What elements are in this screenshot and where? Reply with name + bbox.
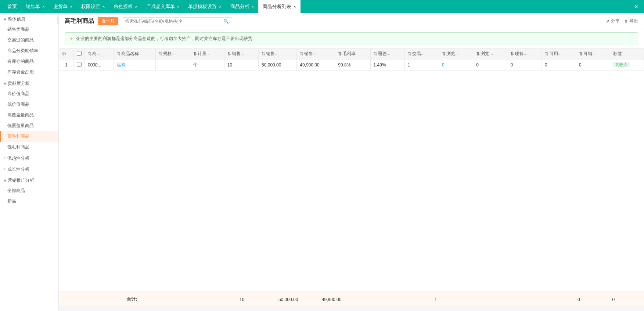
- sidebar: « ∨整体信息销售类商品交易过的商品商品分类助销率有库存的商品库存资金占用∨贡献…: [0, 13, 59, 311]
- col-checkbox[interactable]: [74, 48, 85, 59]
- group-arrow-icon: ∨: [4, 178, 6, 182]
- sidebar-item-低毛利商品[interactable]: 低毛利商品: [0, 142, 58, 152]
- sort-icon: ⇅: [159, 51, 162, 57]
- cell-gross-rate: 99.8%: [335, 59, 370, 70]
- export-button[interactable]: ⬆ 导出: [624, 18, 638, 24]
- cell-code: 0000...: [85, 59, 114, 70]
- col-coverage: ⇅ 覆盖...: [370, 48, 404, 59]
- nav-close-icon[interactable]: ×: [177, 4, 179, 9]
- table-header-row: ⚙ ⇅ 商... ⇅ 商品名称 ⇅ 规格... ⇅ 计量... ⇅ 销售... …: [59, 48, 644, 59]
- col-sales2: ⇅ 销售...: [259, 48, 297, 59]
- cell-index: 1: [59, 59, 74, 70]
- share-button[interactable]: ↗ 分享: [606, 18, 620, 24]
- col-code: ⇅ 商...: [85, 48, 114, 59]
- footer-sales2: 50,000.00: [276, 294, 319, 304]
- nav-close-icon[interactable]: ×: [135, 4, 137, 9]
- col-stock3: ⇅ 可销...: [576, 48, 610, 59]
- search-box: 🔍: [122, 17, 232, 25]
- search-icon[interactable]: 🔍: [223, 19, 229, 24]
- sidebar-item-高价值商品[interactable]: 高价值商品: [0, 88, 58, 99]
- sort-icon: ⇅: [262, 51, 265, 57]
- sort-icon: ⇅: [227, 51, 231, 57]
- nav-close-icon[interactable]: ×: [70, 4, 72, 9]
- sidebar-item-高毛利商品[interactable]: 高毛利商品: [0, 131, 58, 142]
- sidebar-item-低价值商品[interactable]: 低价值商品: [0, 99, 58, 110]
- nav-item-商品分析[interactable]: 商品分析 ×: [226, 0, 258, 13]
- nav-item-商品分析列表[interactable]: 商品分析列表 ×: [258, 0, 300, 13]
- group-arrow-icon: >: [3, 158, 7, 160]
- sort-icon: ⇅: [193, 51, 197, 57]
- share-label: 分享: [611, 18, 620, 24]
- nav-item-首页[interactable]: 首页: [3, 0, 21, 13]
- col-name: ⇅ 商品名称: [114, 48, 156, 59]
- footer-stock2: 0: [609, 294, 644, 304]
- col-tag: 标签: [610, 48, 644, 59]
- nav-close-icon[interactable]: ×: [219, 4, 221, 9]
- sidebar-item-销售类商品[interactable]: 销售类商品: [0, 24, 58, 35]
- sidebar-group-贡献度分析[interactable]: ∨贡献度分析: [0, 77, 58, 88]
- col-sales3: ⇅ 销售...: [297, 48, 335, 59]
- top-nav: 首页销售单 ×进货单 ×权限设置 ×角色授权 ×产成品入库单 ×单据模板设置 ×…: [0, 0, 644, 13]
- export-label: 导出: [629, 18, 638, 24]
- sidebar-item-商品分类助销率[interactable]: 商品分类助销率: [0, 46, 58, 56]
- nav-item-销售单[interactable]: 销售单 ×: [21, 0, 49, 13]
- nav-item-单据模板设置[interactable]: 单据模板设置 ×: [184, 0, 226, 13]
- sidebar-item-低覆盖量商品[interactable]: 低覆盖量商品: [0, 120, 58, 131]
- nav-close-icon[interactable]: ×: [102, 4, 105, 9]
- col-settings[interactable]: ⚙: [59, 48, 74, 59]
- nav-item-产成品入库单[interactable]: 产成品入库单 ×: [142, 0, 184, 13]
- nav-item-权限设置[interactable]: 权限设置 ×: [77, 0, 109, 13]
- sidebar-item-新品[interactable]: 新品: [0, 196, 58, 207]
- sidebar-item-库存资金占用[interactable]: 库存资金占用: [0, 67, 58, 77]
- col-stock2: ⇅ 可用...: [542, 48, 576, 59]
- table-row: 1 0000... 运费 个 10 50,000.00 49,900.00 99…: [59, 59, 644, 70]
- sidebar-group-流趋性分析[interactable]: >流趋性分析: [0, 152, 58, 163]
- close-all-button[interactable]: ×: [631, 3, 641, 11]
- info-text: 企业的主要的利润都是这部分商品创造的，可考虑加大推广，同时关注库存是不要出现缺货: [76, 36, 252, 42]
- nav-close-icon[interactable]: ×: [42, 4, 44, 9]
- sidebar-group-成长性分析[interactable]: >成长性分析: [0, 163, 58, 174]
- sort-icon: ⇅: [510, 51, 514, 57]
- cell-checkbox[interactable]: [74, 59, 85, 70]
- nav-item-进货单[interactable]: 进货单 ×: [49, 0, 76, 13]
- nav-item-角色授权[interactable]: 角色授权 ×: [109, 0, 141, 13]
- content-area: 高毛利商品 近一月 🔍 ↗ 分享 ⬆ 导出 ✦ 企业的主要的利润都是这部分商品创…: [59, 13, 644, 311]
- cell-stock1: 0: [507, 59, 542, 70]
- sidebar-collapse-button[interactable]: «: [57, 17, 59, 24]
- sidebar-group-营销推广分析[interactable]: ∨营销推广分析: [0, 174, 58, 185]
- sidebar-item-交易过的商品[interactable]: 交易过的商品: [0, 35, 58, 46]
- cell-sales3: 49,900.00: [297, 59, 335, 70]
- sort-icon: ⇅: [300, 51, 303, 57]
- col-stock1: ⇅ 现有...: [507, 48, 542, 59]
- sidebar-item-全部商品[interactable]: 全部商品: [0, 185, 58, 196]
- select-all-checkbox[interactable]: [77, 51, 82, 56]
- col-browse1: ⇅ 浏览...: [439, 48, 473, 59]
- search-input[interactable]: [125, 19, 223, 24]
- settings-icon: ⚙: [62, 51, 66, 57]
- footer-table: 合计: 10 50,000.00 49,900.00 1 0 0: [59, 294, 644, 304]
- nav-close-icon[interactable]: ×: [294, 4, 296, 9]
- footer-sales1: 10: [237, 294, 276, 304]
- cell-coverage: 1.49%: [370, 59, 404, 70]
- sort-icon: ⇅: [545, 51, 548, 57]
- sidebar-item-有库存的商品[interactable]: 有库存的商品: [0, 56, 58, 67]
- nav-close-icon[interactable]: ×: [252, 4, 254, 9]
- sort-icon: ⇅: [579, 51, 583, 57]
- bottom-scrollbar[interactable]: [59, 307, 644, 311]
- footer-sales3: 49,900.00: [319, 294, 362, 304]
- cell-name[interactable]: 运费: [114, 59, 156, 70]
- cell-browse1[interactable]: 0: [439, 59, 473, 70]
- sort-icon: ⇅: [338, 51, 342, 57]
- cell-stock3: 0: [576, 59, 610, 70]
- action-buttons: ↗ 分享 ⬆ 导出: [606, 18, 638, 24]
- cell-spec: [156, 59, 190, 70]
- group-arrow-icon: ∨: [4, 82, 6, 86]
- page-title: 高毛利商品: [65, 17, 94, 25]
- cell-browse2: 0: [473, 59, 507, 70]
- sidebar-group-整体信息[interactable]: ∨整体信息: [0, 13, 58, 24]
- filter-button[interactable]: 近一月: [98, 17, 118, 25]
- sidebar-item-高覆盖量商品[interactable]: 高覆盖量商品: [0, 110, 58, 120]
- group-arrow-icon: ∨: [4, 17, 6, 21]
- footer-row: 合计: 10 50,000.00 49,900.00 1 0 0: [59, 294, 644, 304]
- cell-tag: 高收入: [610, 59, 644, 70]
